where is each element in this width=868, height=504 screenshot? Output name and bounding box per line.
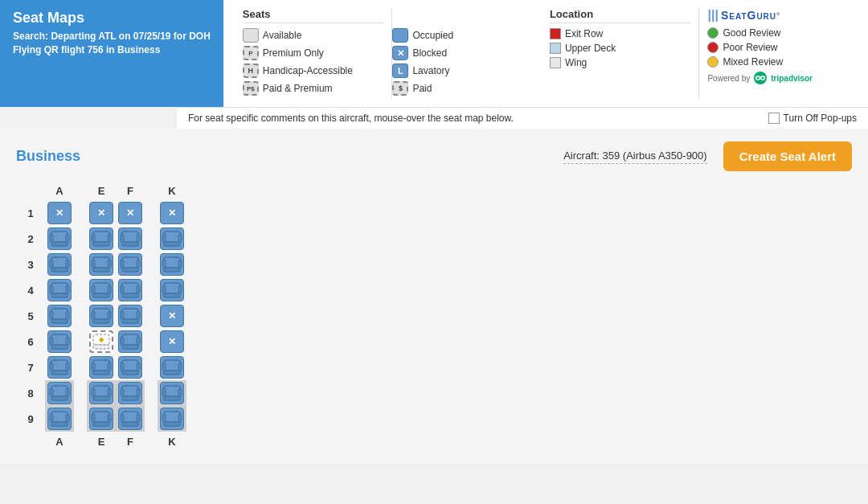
seat-btn-2F[interactable] [118, 227, 142, 250]
seat-btn-8E[interactable] [89, 382, 113, 404]
seat-5A[interactable] [45, 303, 74, 329]
location-legend: Location Exit Row Upper Deck Wing [542, 8, 700, 99]
popup-toggle[interactable]: Turn Off Pop-ups [768, 113, 857, 124]
legend-handicap: H Handicap-Accessible [243, 64, 384, 78]
seat-btn-8A[interactable] [47, 382, 72, 404]
seat-btn-7K[interactable] [160, 356, 184, 379]
seat-btn-8K[interactable] [160, 382, 184, 404]
seat-8K[interactable] [158, 380, 186, 406]
seat-6A[interactable] [45, 329, 74, 354]
seat-2F[interactable] [116, 226, 145, 252]
svg-rect-12 [108, 234, 111, 242]
seat-1E[interactable]: ✕ [87, 200, 116, 226]
seat-4E[interactable] [87, 277, 116, 303]
row-number: 8 [16, 380, 45, 406]
seat-5F[interactable] [116, 303, 145, 329]
svg-rect-23 [50, 260, 53, 268]
seat-7F[interactable] [116, 354, 145, 380]
paid-icon: $ [392, 81, 408, 96]
seat-8F[interactable] [116, 380, 145, 406]
seat-4F[interactable] [116, 277, 145, 303]
seat-6K[interactable]: ✕ [158, 329, 186, 354]
seat-btn-3E[interactable] [89, 253, 113, 276]
seat-btn-4A[interactable] [47, 279, 72, 301]
seat-1A[interactable]: ✕ [45, 200, 74, 226]
aisle-spacer [74, 200, 87, 226]
svg-rect-10 [93, 242, 109, 246]
legend-upper-deck: Upper Deck [550, 43, 691, 54]
section-header: Business Aircraft: 359 (Airbus A350-900)… [16, 141, 852, 171]
svg-rect-62 [122, 319, 138, 323]
seat-btn-5K[interactable]: ✕ [160, 305, 184, 327]
seat-btn-9A[interactable] [47, 408, 72, 430]
svg-rect-123 [178, 414, 182, 422]
seat-btn-4K[interactable] [160, 279, 184, 301]
seat-4A[interactable] [45, 277, 74, 303]
seat-7A[interactable] [45, 354, 74, 380]
seat-btn-2E[interactable] [89, 227, 113, 250]
aisle-spacer [145, 406, 158, 432]
seat-btn-3F[interactable] [118, 253, 142, 276]
seat-1F[interactable]: ✕ [116, 200, 145, 226]
seat-btn-6E[interactable]: ◆ [89, 330, 113, 353]
seat-2E[interactable] [87, 226, 116, 252]
svg-rect-16 [137, 234, 140, 242]
seat-btn-9E[interactable] [89, 408, 113, 430]
seat-6F[interactable] [116, 329, 145, 354]
seat-3F[interactable] [116, 252, 145, 277]
seat-btn-6F[interactable] [118, 330, 142, 353]
seat-btn-1E[interactable]: ✕ [89, 202, 113, 224]
seat-8A[interactable] [45, 380, 74, 406]
legend-exit-row: Exit Row [550, 28, 691, 39]
seat-btn-5E[interactable] [89, 305, 113, 327]
seat-6E[interactable]: ◆ [87, 329, 116, 354]
seat-btn-9F[interactable] [118, 408, 142, 430]
seat-8E[interactable] [87, 380, 116, 406]
seat-2A[interactable] [45, 226, 74, 252]
seat-btn-9K[interactable] [160, 408, 184, 430]
seat-btn-7E[interactable] [89, 356, 113, 379]
seat-9K[interactable] [158, 406, 186, 432]
seat-9E[interactable] [87, 406, 116, 432]
svg-rect-19 [162, 234, 166, 242]
seat-btn-1A[interactable]: ✕ [47, 202, 72, 224]
seat-btn-2A[interactable] [47, 227, 72, 250]
seat-btn-6A[interactable] [47, 330, 72, 353]
seat-btn-2K[interactable] [160, 227, 184, 250]
seat-btn-3K[interactable] [160, 253, 184, 276]
svg-rect-13 [122, 232, 138, 242]
seat-btn-6K[interactable]: ✕ [160, 330, 184, 353]
seat-2K[interactable] [158, 226, 186, 252]
aisle-spacer [74, 252, 87, 277]
svg-rect-34 [164, 268, 180, 272]
seat-7E[interactable] [87, 354, 116, 380]
seat-btn-4F[interactable] [118, 279, 142, 301]
seat-3K[interactable] [158, 252, 186, 277]
seat-btn-7F[interactable] [118, 356, 142, 379]
paid-premium-label: Paid & Premium [263, 83, 333, 94]
seat-btn-5F[interactable] [118, 305, 142, 327]
seat-btn-3A[interactable] [47, 253, 72, 276]
seat-btn-1K[interactable]: ✕ [160, 202, 184, 224]
svg-rect-43 [92, 285, 95, 293]
svg-rect-122 [162, 414, 166, 422]
seat-4K[interactable] [158, 277, 186, 303]
seat-9A[interactable] [45, 406, 74, 432]
seat-btn-7A[interactable] [47, 356, 72, 379]
seat-1K[interactable]: ✕ [158, 200, 186, 226]
seat-9F[interactable] [116, 406, 145, 432]
svg-rect-94 [50, 388, 53, 396]
seat-5E[interactable] [87, 303, 116, 329]
seat-btn-1F[interactable]: ✕ [118, 202, 142, 224]
seat-btn-8F[interactable] [118, 382, 142, 404]
seat-5K[interactable]: ✕ [158, 303, 186, 329]
svg-rect-48 [137, 285, 140, 293]
svg-point-3 [757, 77, 760, 80]
create-seat-alert-button[interactable]: Create Seat Alert [723, 141, 852, 171]
popup-checkbox[interactable] [768, 113, 780, 124]
seat-btn-4E[interactable] [89, 279, 113, 301]
seat-3E[interactable] [87, 252, 116, 277]
seat-7K[interactable] [158, 354, 186, 380]
seat-3A[interactable] [45, 252, 74, 277]
seat-btn-5A[interactable] [47, 305, 72, 327]
